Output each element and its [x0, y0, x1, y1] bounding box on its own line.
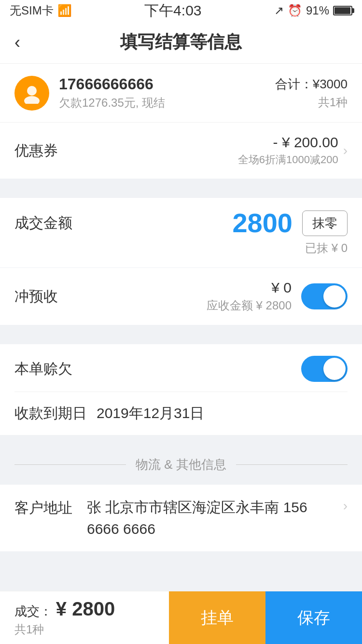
- status-left: 无SIM卡 📶: [10, 3, 72, 18]
- page-title: 填写结算等信息: [120, 30, 242, 54]
- address-value: 张 北京市市辖区海淀区永丰南 156 6666 6666: [87, 496, 338, 540]
- customer-phone: 17666666666: [59, 75, 165, 93]
- amount-row: 成交金额 2800 抹零: [14, 210, 348, 237]
- amount-sub-text: 已抹 ¥ 0: [14, 240, 348, 256]
- address-chevron-icon: ›: [343, 498, 348, 514]
- total-label: 合计：¥3000: [275, 76, 348, 93]
- prereceive-value: ¥ 0 应收金额 ¥ 2800: [207, 280, 292, 313]
- prereceive-section: 冲预收 ¥ 0 应收金额 ¥ 2800: [0, 268, 362, 325]
- logistics-divider: 物流 & 其他信息: [0, 445, 362, 485]
- wifi-icon: 📶: [57, 4, 72, 17]
- customer-debt: 欠款1276.35元, 现结: [59, 95, 165, 111]
- debt-section: 本单赊欠 收款到期日 2019年12月31日: [0, 344, 362, 435]
- separator-1: [0, 188, 362, 198]
- debt-toggle-knob: [323, 358, 346, 380]
- total-count: 共1种: [275, 95, 348, 110]
- battery-icon: [333, 6, 352, 15]
- bottom-bar: 成交： ¥ 2800 共1种 挂单 保存: [0, 591, 362, 644]
- prereceive-right: ¥ 0 应收金额 ¥ 2800: [207, 280, 348, 313]
- status-right: ↗ ⏰ 91%: [274, 4, 352, 17]
- prereceive-label: 冲预收: [14, 287, 58, 307]
- duedate-row: 收款到期日 2019年12月31日: [14, 404, 348, 423]
- alarm-icon: ⏰: [288, 4, 302, 17]
- customer-row: 17666666666 欠款1276.35元, 现结 合计：¥3000 共1种: [0, 64, 362, 122]
- coupon-amount: - ¥ 200.00: [238, 134, 338, 151]
- debt-row: 本单赊欠: [14, 356, 348, 382]
- location-icon: ↗: [274, 4, 284, 17]
- amount-right: 2800 抹零: [232, 210, 348, 237]
- svg-point-0: [27, 86, 37, 96]
- debt-label: 本单赊欠: [14, 359, 72, 379]
- toggle-knob: [323, 285, 346, 308]
- svg-point-1: [24, 96, 40, 104]
- customer-info: 17666666666 欠款1276.35元, 现结: [59, 75, 165, 111]
- amount-label: 成交金额: [14, 213, 72, 233]
- pending-button[interactable]: 挂单: [169, 591, 265, 644]
- bottom-deal-amount: ¥ 2800: [56, 598, 115, 619]
- duedate-label: 收款到期日: [14, 404, 87, 423]
- prereceive-amount: ¥ 0: [207, 280, 292, 296]
- address-label: 客户地址: [14, 498, 72, 518]
- bottom-count: 共1种: [14, 622, 154, 637]
- prereceive-row: 冲预收 ¥ 0 应收金额 ¥ 2800: [14, 280, 348, 313]
- bottom-info: 成交： ¥ 2800 共1种: [0, 598, 169, 637]
- carrier-label: 无SIM卡: [10, 3, 54, 18]
- content-area: 17666666666 欠款1276.35元, 现结 合计：¥3000 共1种 …: [0, 64, 362, 644]
- coupon-right: - ¥ 200.00 全场6折满1000减200 ›: [238, 134, 348, 167]
- save-button[interactable]: 保存: [265, 591, 362, 644]
- coupon-row[interactable]: 优惠券 - ¥ 200.00 全场6折满1000减200 ›: [0, 122, 362, 179]
- divider-line-left: [14, 464, 126, 465]
- customer-total: 合计：¥3000 共1种: [275, 76, 348, 110]
- chevron-right-icon: ›: [343, 143, 348, 158]
- customer-left: 17666666666 欠款1276.35元, 现结: [14, 75, 165, 111]
- prereceive-toggle[interactable]: [301, 283, 348, 309]
- separator-3: [0, 435, 362, 445]
- battery-percent: 91%: [306, 4, 329, 17]
- amount-value: 2800: [232, 210, 292, 237]
- address-section[interactable]: 客户地址 张 北京市市辖区海淀区永丰南 156 6666 6666 ›: [0, 485, 362, 551]
- avatar-icon: [21, 83, 42, 104]
- coupon-desc: 全场6折满1000减200: [238, 153, 338, 167]
- bottom-deal-label: 成交：: [14, 604, 52, 618]
- separator-2: [0, 325, 362, 335]
- back-button[interactable]: ‹: [14, 32, 20, 53]
- logistics-label: 物流 & 其他信息: [136, 456, 226, 473]
- nav-bar: ‹ 填写结算等信息: [0, 21, 362, 64]
- address-row: 客户地址 张 北京市市辖区海淀区永丰南 156 6666 6666 ›: [14, 496, 348, 540]
- status-bar: 无SIM卡 📶 下午4:03 ↗ ⏰ 91%: [0, 0, 362, 21]
- duedate-section: 收款到期日 2019年12月31日: [14, 392, 348, 423]
- coupon-label: 优惠券: [14, 141, 58, 161]
- customer-card: 17666666666 欠款1276.35元, 现结 合计：¥3000 共1种 …: [0, 64, 362, 179]
- amount-section: 成交金额 2800 抹零 已抹 ¥ 0: [0, 198, 362, 267]
- duedate-value: 2019年12月31日: [97, 404, 204, 423]
- status-time: 下午4:03: [144, 1, 201, 21]
- avatar: [14, 76, 49, 111]
- coupon-value: - ¥ 200.00 全场6折满1000减200: [238, 134, 338, 167]
- divider-line-right: [236, 464, 348, 465]
- debt-toggle[interactable]: [301, 356, 348, 382]
- bottom-deal-row: 成交： ¥ 2800: [14, 598, 154, 620]
- prereceive-desc: 应收金额 ¥ 2800: [207, 298, 292, 313]
- round-down-button[interactable]: 抹零: [302, 210, 348, 236]
